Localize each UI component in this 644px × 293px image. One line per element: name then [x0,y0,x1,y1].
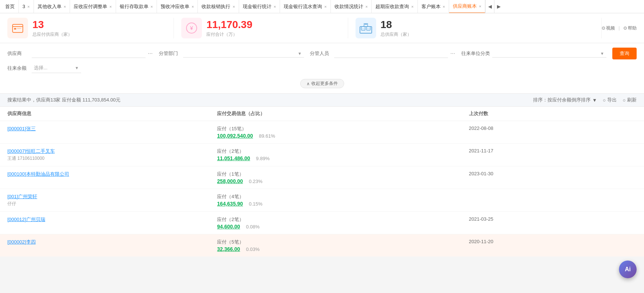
nav-tab-cash-bank-stat-label: 现金银行统计 [243,3,272,10]
result-summary: 搜索结果中，供应商13家 应付金额 111,703,854.00元 [7,97,120,103]
nav-tab-cash-bank-stat[interactable]: 现金银行统计 × [239,0,280,13]
supplier-input[interactable] [32,49,146,58]
stat-icon-suppliers [356,18,376,38]
supplier-link-4[interactable]: [001]广州荣轩 [7,193,217,200]
nav-tab-bank-close[interactable]: × [151,4,153,9]
stats-bar: 13 总应付供应商（家） ¥ 11,170.39 应付合计（万） [0,13,644,43]
nav-prev-arrow[interactable]: ◀ [485,0,494,13]
trans-amount-1[interactable]: 100,092,540.00 [217,133,253,139]
table-header: 供应商信息 应付交易信息（占比） 上次付数 [0,107,644,121]
help-link[interactable]: ⊙ 帮助 [623,25,637,31]
person-input[interactable] [334,49,448,58]
balance-chevron-down-icon: ▼ [75,66,79,70]
refresh-label: 刷新 [627,97,637,103]
last-payment-5: 2021-03-25 [469,216,637,222]
header-supplier: 供应商信息 [7,110,217,117]
trans-row-1: 100,092,540.00 89.61% [217,133,469,139]
nav-tab-3-close[interactable]: × [27,4,29,9]
export-label: 导出 [607,97,617,103]
nav-tab-bank[interactable]: 银行存取款单 × [116,0,157,13]
dept-select[interactable]: ▼ [183,50,304,58]
trans-row-2: 11,051,486.00 9.89% [217,155,469,161]
nav-tab-adjust-close[interactable]: × [109,4,112,9]
nav-tab-customer-ledger-close[interactable]: × [443,4,445,9]
trans-percent-1: 89.61% [259,133,275,139]
filter-row-1: 供应商 ··· 分管部门 ▼ 分管人员 ··· 往来单位分类 ▼ 查询 [7,48,637,59]
last-payment-3: 2023-01-30 [469,171,637,176]
nav-tab-other-income-close[interactable]: × [64,4,66,9]
stat-suppliers-label: 总供应商（家） [381,31,412,38]
nav-tab-other-income[interactable]: 其他收入单 × [34,0,70,13]
transaction-detail-5: 应付（2笔） 94,600.00 0.08% [217,216,469,230]
category-select[interactable]: ▼ [492,50,607,58]
nav-tab-prepay-close[interactable]: × [192,4,194,9]
trans-amount-3[interactable]: 258,000.00 [217,178,243,184]
nav-tab-collection-stat-close[interactable]: × [365,4,368,9]
query-button[interactable]: 查询 [612,48,637,59]
nav-tab-home-label: 首页 [5,3,15,10]
nav-tab-payment-exec-close[interactable]: × [232,4,235,9]
help-icon: ⊙ [623,25,627,31]
transaction-info-3: 应付（1笔） 258,000.00 0.23% [217,171,469,184]
nav-tab-overdue-label: 超期应收款查询 [375,3,409,10]
trans-amount-2[interactable]: 11,051,486.00 [217,155,250,161]
export-button[interactable]: ○ 导出 [603,97,617,103]
links-divider: | [619,25,620,31]
nav-tab-overdue-close[interactable]: × [411,4,413,9]
nav-tab-supplier-ledger-close[interactable]: × [479,4,481,8]
nav-tab-cash-bank-flow[interactable]: 现金银行流水查询 × [280,0,330,13]
supplier-link-5[interactable]: [000012]广州贝瑞 [7,216,217,223]
transaction-detail-1: 应付（15笔） 100,092,540.00 89.61% [217,125,469,139]
nav-tab-3[interactable]: 3 × [19,0,34,13]
nav-tab-bank-label: 银行存取款单 [120,3,148,10]
last-payment-date-3: 2023-01-30 [469,171,494,176]
nav-tab-payment-exec[interactable]: 收款核销执行 × [198,0,239,13]
video-icon: ⊙ [602,25,605,31]
trans-label-2: 应付（2笔） [217,148,469,155]
transaction-detail-3: 应付（1笔） 258,000.00 0.23% [217,171,469,184]
trans-row-5: 94,600.00 0.08% [217,224,469,230]
svg-rect-7 [361,27,365,30]
header-last-payment: 上次付数 [469,110,637,117]
nav-tab-cash-bank-stat-close[interactable]: × [274,4,276,9]
supplier-dots[interactable]: ··· [148,50,153,57]
video-link[interactable]: ⊙ 视频 [602,25,615,31]
nav-tab-prepay[interactable]: 预收冲应收单 × [157,0,198,13]
nav-tab-overdue[interactable]: 超期应收款查询 × [372,0,417,13]
filter-category: 往来单位分类 ▼ [461,50,607,58]
supplier-info-4: [001]广州荣轩 仔仔 [7,193,217,207]
supplier-link-6[interactable]: [000002]李四 [7,239,217,245]
person-dots[interactable]: ··· [450,50,455,57]
supplier-link-3[interactable]: [000100]本特勤油品有限公司 [7,171,217,177]
nav-tab-collection-stat[interactable]: 收款情况统计 × [331,0,372,13]
trans-label-5: 应付（2笔） [217,216,469,223]
nav-tab-prepay-label: 预收冲应收单 [161,3,189,10]
sort-label: 排序：按应付余额倒序排序 [533,97,591,103]
transaction-detail-4: 应付（4笔） 164,635.90 0.15% [217,193,469,207]
nav-next-arrow[interactable]: ▶ [494,0,503,13]
filter-person: 分管人员 ··· [310,49,455,58]
trans-amount-6[interactable]: 32,366.00 [217,246,240,252]
stat-payable-label: 总应付供应商（家） [32,31,72,38]
trans-percent-5: 0.08% [246,224,260,230]
refresh-button[interactable]: ○ 刷新 [623,97,637,103]
nav-tab-adjust-label: 应收应付调整单 [74,3,107,10]
nav-tab-customer-ledger[interactable]: 客户账本 × [418,0,449,13]
collapse-button[interactable]: ∧ 收起更多条件 [300,79,344,88]
nav-tab-supplier-ledger[interactable]: 供应商账本 × [449,0,485,13]
top-navigation: 首页 3 × 其他收入单 × 应收应付调整单 × 银行存取款单 × 预收冲应收单… [0,0,644,13]
trans-amount-5[interactable]: 94,600.00 [217,224,240,230]
data-table: 供应商信息 应付交易信息（占比） 上次付数 [000001]张三 应付（15笔）… [0,107,644,257]
balance-select[interactable]: 选择... ▼ [32,63,81,73]
table-row: [000012]广州贝瑞 应付（2笔） 94,600.00 0.08% 2021… [0,212,644,234]
category-label: 往来单位分类 [461,50,490,57]
supplier-link-2[interactable]: [000007]恒旺二手叉车 [7,148,217,155]
trans-amount-4[interactable]: 164,635.90 [217,201,243,207]
nav-tab-adjust[interactable]: 应收应付调整单 × [70,0,116,13]
nav-tab-cash-bank-flow-close[interactable]: × [324,4,326,9]
svg-text:¥: ¥ [190,25,193,31]
supplier-link-1[interactable]: [000001]张三 [7,125,217,132]
nav-tab-home[interactable]: 首页 [1,0,19,13]
nav-tab-other-income-label: 其他收入单 [38,3,62,10]
sort-select[interactable]: 排序：按应付余额倒序排序 ▼ [533,97,597,103]
